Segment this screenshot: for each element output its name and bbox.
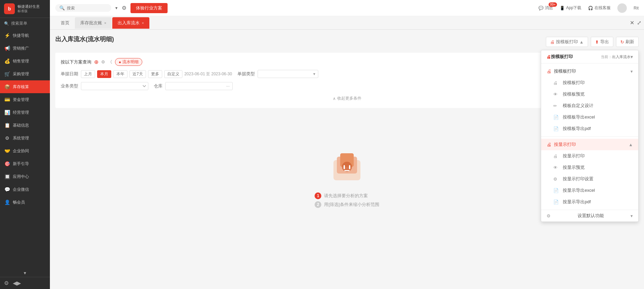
date-btn-custom[interactable]: 自定义 (164, 70, 182, 78)
sidebar-item-inventory[interactable]: 📦 库存核算 (0, 80, 50, 93)
online-service-btn[interactable]: 🎧 在线客服 (588, 5, 611, 11)
filter-collapse-icon[interactable]: 《 (108, 59, 112, 65)
empty-step-2: 2 用[筛选]条件来缩小分析范围 (315, 201, 379, 208)
display-settings-icon: ⚙ (553, 177, 559, 182)
username: Rit (634, 6, 639, 10)
sidebar-item-app-center[interactable]: 🔲 应用中心 (0, 170, 50, 183)
app-logo: b 畅捷通好生意 标准版 (0, 0, 50, 18)
settings-icon[interactable]: ⚙ (4, 280, 9, 286)
date-btn-more[interactable]: 更多 (148, 70, 162, 78)
date-range: 2023-06-01 至 2023-06-30 (184, 71, 232, 77)
date-btn-this-year[interactable]: 本年 (113, 70, 127, 78)
template-print-icon: 🖨 (547, 69, 551, 74)
filter-gear-icon[interactable]: ⚙ (101, 59, 105, 64)
sidebar-item-member[interactable]: 👤 畅会员 (0, 196, 50, 209)
action-buttons: 🖨 按模板打印 ▲ ⬆ 导出 ↻ 刷新 (546, 37, 639, 47)
empty-steps: 1 请先选择要分析的方案 2 用[筛选]条件来缩小分析范围 (315, 192, 379, 208)
warehouse-label: 仓库 (154, 83, 163, 89)
collapse-sidebar-icon[interactable]: ◀▶ (13, 280, 21, 286)
system-icon: ⚙ (4, 135, 10, 141)
sidebar-item-purchase[interactable]: 🛒 采购管理 (0, 68, 50, 80)
search-input[interactable] (67, 6, 107, 10)
window-close-icon[interactable]: ✕ (630, 20, 634, 26)
sidebar-item-marketing[interactable]: 📢 营销推广 (0, 42, 50, 55)
dropdown-item-template-design[interactable]: ✏ 模板自定义设计 (541, 100, 638, 111)
search-menu[interactable]: 🔍 搜索菜单 (0, 18, 50, 29)
template-print-header[interactable]: 🖨 按模板打印 ▾ (541, 65, 638, 77)
dropdown-item-display-pdf[interactable]: 📄 按显示导出pdf (541, 196, 638, 208)
sidebar-item-sales[interactable]: 💰 销售管理 (0, 55, 50, 68)
tab-close-inventory-batch[interactable]: × (104, 21, 106, 25)
industry-btn[interactable]: 体验行业方案 (130, 3, 168, 13)
design-item-icon: ✏ (553, 103, 559, 108)
dropdown-item-template-excel[interactable]: 📄 按模板导出excel (541, 111, 638, 123)
page-content: 出入库流水(流水明细) 🖨 按模板打印 ▲ ⬆ 导出 ↻ 刷新 (50, 30, 644, 289)
sidebar-item-system[interactable]: ⚙ 系统管理 (0, 132, 50, 144)
sidebar-item-operation[interactable]: 📊 经营管理 (0, 106, 50, 119)
dropdown-item-display-print[interactable]: 🖨 按显示打印 (541, 150, 638, 162)
search-icon: 🔍 (59, 5, 65, 10)
date-btn-this-month[interactable]: 本月 (97, 70, 111, 78)
tab-inventory-batch[interactable]: 库存批次账 × (75, 17, 112, 29)
user-avatar[interactable] (617, 3, 627, 13)
dropdown-item-display-settings[interactable]: ⚙ 按显示打印设置 (541, 173, 638, 185)
dropdown-footer[interactable]: ⚙ 设置默认功能 ▾ (541, 210, 638, 221)
doc-type-select[interactable]: ▾ (258, 70, 318, 78)
sidebar-item-wechat[interactable]: 💬 企业微信 (0, 183, 50, 196)
date-btn-last-month[interactable]: 上月 (81, 70, 95, 78)
sidebar-item-quick-nav[interactable]: ⚡ 快捷导航 (0, 29, 50, 42)
export-btn[interactable]: ⬆ 导出 (591, 37, 613, 47)
search-icon: 🔍 (4, 21, 9, 26)
tab-flow[interactable]: 出入库流水 × (112, 17, 149, 29)
dropdown-item-template-preview[interactable]: 👁 按模板预览 (541, 88, 638, 100)
svg-rect-5 (349, 165, 350, 169)
display-excel-icon: 📄 (553, 188, 559, 193)
filter-add-btn[interactable]: ⊕ (94, 59, 98, 65)
date-filter-item: 单据日期 上月 本月 本年 近7天 更多 自定义 2023-06-01 至 20… (61, 70, 232, 78)
dropdown-item-display-preview[interactable]: 👁 按显示预览 (541, 162, 638, 173)
tab-close-flow[interactable]: × (142, 21, 144, 25)
warehouse-more-icon[interactable]: ··· (226, 84, 230, 88)
biz-type-select[interactable] (81, 82, 148, 90)
guide-icon: 🎯 (4, 161, 10, 167)
sidebar-item-finance[interactable]: 💳 资金管理 (0, 93, 50, 106)
search-dropdown-icon[interactable]: ▾ (115, 5, 118, 10)
sidebar-item-basic[interactable]: 📋 基础信息 (0, 119, 50, 132)
collapse-btn[interactable]: ∧ 收起更多条件 (329, 94, 365, 103)
dropdown-item-display-excel[interactable]: 📄 按显示导出excel (541, 185, 638, 196)
topbar-gear-icon[interactable]: ⚙ (122, 5, 126, 11)
doc-type-dropdown-icon: ▾ (313, 72, 315, 76)
wechat-icon: 💬 (4, 186, 10, 192)
app-download-btn[interactable]: 📱 App下载 (560, 5, 581, 11)
date-btn-7days[interactable]: 近7天 (129, 70, 146, 78)
display-print-label: 按显示打印 (554, 141, 626, 148)
tab-home[interactable]: 首页 (55, 17, 75, 29)
filter-tag-icon: ● (119, 60, 121, 64)
warehouse-filter: 仓库 ··· (154, 82, 233, 90)
refresh-btn[interactable]: ↻ 刷新 (616, 37, 639, 47)
display-print-collapse-icon: ▲ (628, 142, 633, 147)
main-content: 🔍 ▾ ⚙ 体验行业方案 💬 消息 99+ 📱 App下载 🎧 在线客服 Rit (50, 0, 644, 289)
empty-step-1: 1 请先选择要分析的方案 (315, 192, 379, 199)
filter-tag-flow[interactable]: ● 流水明细 (115, 58, 142, 66)
topbar-search[interactable]: 🔍 (55, 4, 111, 12)
marketing-icon: 📢 (4, 45, 10, 51)
export-icon: ⬆ (595, 40, 599, 45)
warehouse-select[interactable]: ··· (165, 82, 233, 90)
print-template-btn[interactable]: 🖨 按模板打印 ▲ (546, 37, 588, 47)
sidebar-scroll-down[interactable]: ▼ (0, 269, 50, 277)
biz-type-filter: 业务类型 (61, 82, 148, 90)
sidebar-item-guide[interactable]: 🎯 新手引导 (0, 157, 50, 170)
message-btn[interactable]: 💬 消息 99+ (538, 5, 553, 11)
dropdown-item-template-print[interactable]: 🖨 按模板打印 (541, 77, 638, 88)
dropdown-arrow-up[interactable]: ▾ (631, 54, 633, 59)
logo-text: 畅捷通好生意 标准版 (18, 4, 40, 14)
chevron-down-icon: ▼ (23, 271, 27, 275)
collapse-icon: ∧ (333, 96, 336, 101)
dropdown-item-template-pdf[interactable]: 📄 按模板导出pdf (541, 123, 638, 134)
display-print-header[interactable]: 🖨 按显示打印 ▲ (541, 139, 638, 150)
sales-icon: 💰 (4, 58, 10, 64)
print-dropdown-arrow[interactable]: ▲ (579, 40, 584, 45)
sidebar-item-corp[interactable]: 🤝 企业协同 (0, 144, 50, 157)
window-maximize-icon[interactable]: ⤢ (637, 20, 641, 26)
